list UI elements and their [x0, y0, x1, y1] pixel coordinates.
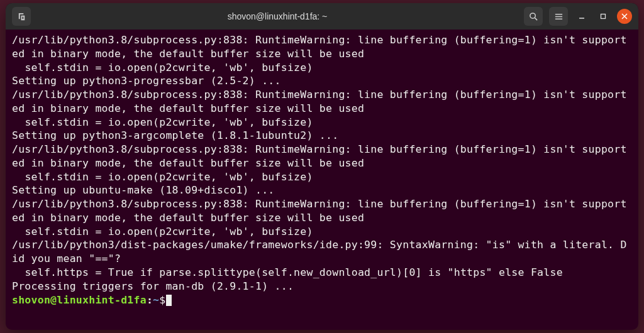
output-line: Processing triggers for man-db (2.9.1-1)… — [12, 280, 294, 292]
output-line: Setting up python3-argcomplete (1.8.1-1u… — [12, 129, 338, 141]
output-line: Setting up python3-progressbar (2.5-2) .… — [12, 75, 281, 87]
search-button[interactable] — [524, 7, 543, 26]
svg-point-0 — [530, 13, 535, 18]
cursor — [166, 295, 172, 306]
hamburger-icon — [554, 12, 564, 21]
search-icon — [529, 12, 538, 21]
output-line: self.https = True if parse.splittype(sel… — [12, 266, 563, 278]
new-tab-icon — [17, 12, 26, 21]
menu-button[interactable] — [549, 7, 568, 26]
output-line: /usr/lib/python3/dist-packages/umake/fra… — [12, 239, 627, 265]
minimize-button[interactable] — [574, 9, 589, 24]
output-line: self.stdin = io.open(p2cwrite, 'wb', buf… — [12, 62, 313, 74]
output-line: /usr/lib/python3.8/subprocess.py:838: Ru… — [12, 143, 627, 169]
minimize-icon — [579, 13, 585, 19]
prompt-path: ~ — [153, 294, 159, 306]
output-line: self.stdin = io.open(p2cwrite, 'wb', buf… — [12, 116, 313, 128]
output-line: /usr/lib/python3.8/subprocess.py:838: Ru… — [12, 89, 627, 114]
output-line: Setting up ubuntu-make (18.09+disco1) ..… — [12, 184, 275, 196]
window-title: shovon@linuxhint-d1fa: ~ — [36, 11, 519, 21]
prompt-colon: : — [147, 294, 153, 306]
output-line: self.stdin = io.open(p2cwrite, 'wb', buf… — [12, 171, 313, 183]
terminal-output[interactable]: /usr/lib/python3.8/subprocess.py:838: Ru… — [6, 30, 638, 330]
maximize-icon — [600, 13, 606, 19]
titlebar-right — [524, 7, 632, 26]
close-button[interactable] — [617, 9, 632, 24]
prompt-symbol: $ — [159, 294, 165, 306]
svg-rect-3 — [601, 14, 606, 19]
prompt-user-host: shovon@linuxhint-d1fa — [12, 294, 147, 306]
titlebar: shovon@linuxhint-d1fa: ~ — [6, 3, 638, 30]
terminal-window: shovon@linuxhint-d1fa: ~ /usr/lib/python… — [6, 3, 638, 330]
close-icon — [621, 13, 628, 19]
output-line: /usr/lib/python3.8/subprocess.py:838: Ru… — [12, 198, 627, 224]
new-tab-button[interactable] — [12, 7, 31, 26]
svg-line-1 — [535, 18, 537, 20]
output-line: self.stdin = io.open(p2cwrite, 'wb', buf… — [12, 226, 313, 237]
titlebar-left — [12, 7, 31, 26]
maximize-button[interactable] — [596, 9, 611, 24]
output-line: /usr/lib/python3.8/subprocess.py:838: Ru… — [12, 34, 627, 60]
